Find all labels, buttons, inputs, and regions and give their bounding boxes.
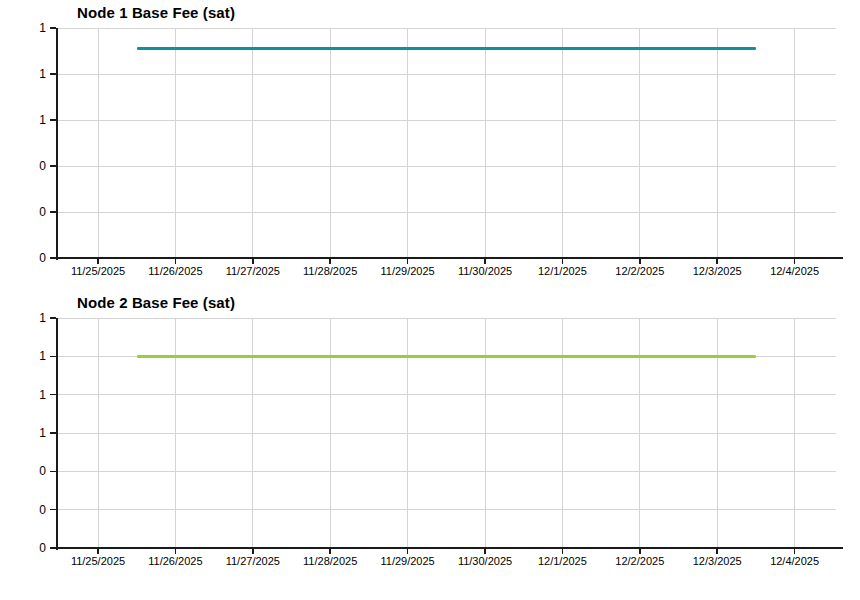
gridline-vertical [562, 28, 563, 258]
y-tick-label: 1 [10, 349, 46, 363]
y-tick-mark [50, 394, 56, 396]
x-tick-mark [175, 548, 177, 554]
gridline-vertical [794, 28, 795, 258]
y-tick-label: 1 [10, 67, 46, 81]
series-line-node-2 [137, 355, 756, 358]
gridline-horizontal [57, 166, 836, 167]
y-tick-label: 1 [10, 21, 46, 35]
gridline-vertical [98, 28, 99, 258]
y-tick-label: 0 [10, 541, 46, 555]
x-tick-label: 11/30/2025 [446, 555, 524, 568]
x-tick-label: 11/29/2025 [369, 265, 447, 278]
y-tick-label: 1 [10, 426, 46, 440]
y-tick-label: 0 [10, 159, 46, 173]
y-tick-label: 1 [10, 113, 46, 127]
y-tick-label: 1 [10, 388, 46, 402]
x-tick-label: 11/25/2025 [59, 265, 137, 278]
x-tick-mark [97, 258, 99, 264]
x-tick-mark [329, 258, 331, 264]
y-tick-mark [50, 471, 56, 473]
gridline-horizontal [57, 509, 836, 510]
x-tick-label: 12/4/2025 [756, 555, 834, 568]
y-tick-mark [50, 257, 56, 259]
gridline-vertical [330, 28, 331, 258]
gridline-horizontal [57, 120, 836, 121]
y-tick-mark [50, 356, 56, 358]
x-tick-mark [407, 258, 409, 264]
x-tick-mark [716, 258, 718, 264]
x-tick-label: 11/26/2025 [136, 555, 214, 568]
x-tick-label: 11/28/2025 [291, 555, 369, 568]
x-tick-mark [329, 548, 331, 554]
x-tick-mark [252, 548, 254, 554]
gridline-horizontal [57, 471, 836, 472]
chart-title-node-1: Node 1 Base Fee (sat) [77, 4, 235, 21]
x-tick-label: 11/27/2025 [214, 265, 292, 278]
x-tick-label: 12/2/2025 [601, 555, 679, 568]
base-fee-dashboard: Node 1 Base Fee (sat) 11100011/25/202511… [0, 0, 860, 600]
x-tick-mark [97, 548, 99, 554]
x-tick-mark [639, 258, 641, 264]
x-tick-mark [794, 548, 796, 554]
gridline-vertical [717, 28, 718, 258]
gridline-vertical [175, 28, 176, 258]
y-tick-mark [50, 317, 56, 319]
x-tick-label: 12/2/2025 [601, 265, 679, 278]
y-tick-mark [50, 547, 56, 549]
gridline-horizontal [57, 433, 836, 434]
x-tick-mark [252, 258, 254, 264]
y-axis-line [56, 318, 58, 550]
y-axis-line [56, 28, 58, 260]
gridline-vertical [252, 28, 253, 258]
gridline-vertical [639, 28, 640, 258]
y-tick-label: 0 [10, 464, 46, 478]
gridline-vertical [485, 28, 486, 258]
gridline-horizontal [57, 212, 836, 213]
x-tick-mark [484, 258, 486, 264]
y-tick-label: 0 [10, 503, 46, 517]
gridline-horizontal [57, 28, 836, 29]
x-tick-label: 11/26/2025 [136, 265, 214, 278]
x-tick-label: 12/1/2025 [523, 555, 601, 568]
x-tick-mark [716, 548, 718, 554]
x-tick-label: 11/27/2025 [214, 555, 292, 568]
series-line-node-1 [137, 47, 756, 50]
gridline-horizontal [57, 394, 836, 395]
y-tick-label: 0 [10, 205, 46, 219]
chart-title-node-2: Node 2 Base Fee (sat) [77, 294, 235, 311]
x-tick-label: 12/3/2025 [678, 265, 756, 278]
y-tick-label: 1 [10, 311, 46, 325]
y-tick-mark [50, 432, 56, 434]
x-tick-mark [562, 258, 564, 264]
y-tick-mark [50, 73, 56, 75]
gridline-vertical [407, 28, 408, 258]
y-tick-mark [50, 211, 56, 213]
x-tick-label: 11/28/2025 [291, 265, 369, 278]
x-tick-mark [484, 548, 486, 554]
gridline-horizontal [57, 74, 836, 75]
x-tick-label: 12/3/2025 [678, 555, 756, 568]
y-tick-mark [50, 119, 56, 121]
y-tick-mark [50, 165, 56, 167]
x-tick-mark [407, 548, 409, 554]
x-tick-mark [794, 258, 796, 264]
plot-area-node-2: 111100011/25/202511/26/202511/27/202511/… [57, 318, 836, 548]
x-tick-mark [175, 258, 177, 264]
x-tick-label: 12/1/2025 [523, 265, 601, 278]
x-tick-mark [639, 548, 641, 554]
x-tick-label: 12/4/2025 [756, 265, 834, 278]
y-tick-mark [50, 509, 56, 511]
x-tick-label: 11/29/2025 [369, 555, 447, 568]
plot-area-node-1: 11100011/25/202511/26/202511/27/202511/2… [57, 28, 836, 258]
x-tick-label: 11/30/2025 [446, 265, 524, 278]
x-tick-label: 11/25/2025 [59, 555, 137, 568]
gridline-horizontal [57, 318, 836, 319]
x-tick-mark [562, 548, 564, 554]
y-tick-label: 0 [10, 251, 46, 265]
y-tick-mark [50, 27, 56, 29]
